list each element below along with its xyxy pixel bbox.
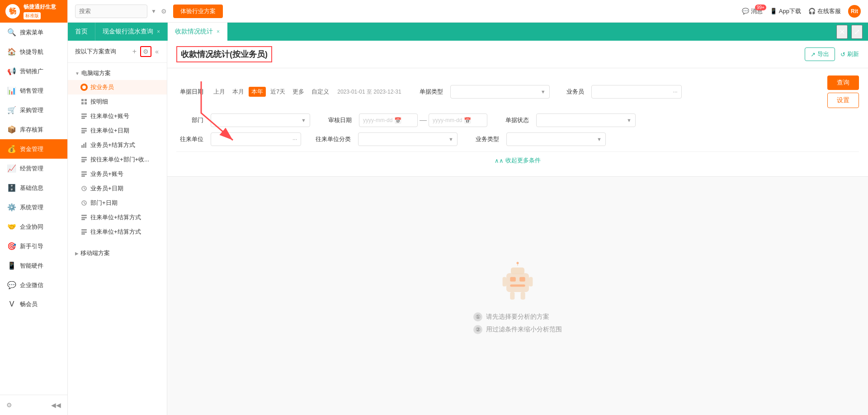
svg-rect-40 [511, 267, 524, 274]
date-tab-custom[interactable]: 自定义 [309, 87, 332, 97]
empty-tip-2: ② 用过滤条件来缩小分析范围 [473, 325, 562, 334]
scheme-item-salesperson-date[interactable]: 业务员+日期 [68, 181, 167, 196]
topbar-settings-btn[interactable]: ⚙ [160, 7, 168, 16]
panel-collapse-btn[interactable]: « [154, 47, 160, 56]
sidebar-item-search[interactable]: 🔍 搜索菜单 [0, 23, 67, 42]
mobile-scheme-title[interactable]: ▶ 移动端方案 [68, 246, 167, 260]
scheme-item-by-unit-account[interactable]: 往来单位+账号 [68, 109, 167, 123]
scheme-item-salesperson-payment[interactable]: 业务员+结算方式 [68, 138, 167, 152]
date-tab-this-year[interactable]: 本年 [249, 87, 266, 97]
topbar-left: ▼ ⚙ [75, 5, 168, 18]
business-type-arrow-icon: ▼ [597, 137, 602, 142]
dropdown-arrow-icon[interactable]: ▼ [151, 8, 156, 14]
sidebar-item-basic[interactable]: 🗄️ 基础信息 [0, 178, 67, 198]
tab-close-window-btn[interactable]: ✕ [836, 25, 848, 39]
date-tab-this-month[interactable]: 本月 [230, 87, 247, 97]
svg-rect-32 [506, 273, 529, 292]
svg-rect-4 [85, 102, 87, 104]
user-avatar[interactable]: Rit [848, 5, 861, 18]
sidebar-settings-btn[interactable]: ⚙ [5, 401, 13, 410]
system-icon: ⚙️ [7, 203, 16, 212]
svg-rect-2 [85, 99, 87, 101]
scheme-item-unit-payment1[interactable]: 往来单位+结算方式 [68, 210, 167, 225]
scheme-item-dept-date[interactable]: 部门+日期 [68, 196, 167, 210]
refresh-btn[interactable]: ↺ 刷新 [840, 50, 859, 58]
chart-icon [80, 141, 88, 149]
svg-rect-36 [503, 277, 506, 286]
tab-home[interactable]: 首页 [68, 23, 95, 41]
sidebar-item-quicknav[interactable]: 🏠 快捷导航 [0, 42, 67, 61]
audit-start-placeholder: yyyy-mm-dd [363, 117, 392, 123]
topbar-message[interactable]: 💬 消息 99+ [742, 7, 763, 15]
sidebar-item-marketing[interactable]: 📢 营销推广 [0, 61, 67, 81]
tab-bank-flow-close[interactable]: × [157, 28, 160, 35]
partner-category-select[interactable]: ▼ [358, 132, 458, 146]
topbar-online-service[interactable]: 🎧 在线客服 [808, 7, 841, 15]
sidebar-item-enterprise[interactable]: 🤝 企业协同 [0, 217, 67, 236]
bill-status-label: 单据状态 [502, 116, 529, 124]
scheme-settings-btn[interactable]: ⚙ [140, 46, 151, 57]
dept-select[interactable]: ▼ [211, 113, 310, 127]
date-tab-7days[interactable]: 近7天 [268, 87, 288, 97]
scheme-item-by-unit-date[interactable]: 往来单位+日期 [68, 123, 167, 138]
export-btn[interactable]: ↗ 导出 [805, 47, 835, 61]
business-type-select[interactable]: ▼ [506, 132, 606, 146]
tab-collection-stats[interactable]: 收款情况统计 × [168, 23, 227, 41]
set-btn[interactable]: 设置 [827, 93, 859, 108]
sidebar-item-sales[interactable]: 📊 销售管理 [0, 81, 67, 100]
empty-state: ① 请先选择要分析的方案 ② 用过滤条件来缩小分析范围 [167, 177, 868, 415]
dept-label: 部门 [176, 116, 203, 124]
collapse-label: 收起更多条件 [505, 156, 541, 165]
desktop-scheme-title[interactable]: ▼ 电脑端方案 [68, 66, 167, 80]
bill-type-select[interactable]: ▼ [450, 85, 550, 99]
scheme-item-unit-payment2[interactable]: 往来单位+结算方式 [68, 225, 167, 239]
tab-collection-stats-close[interactable]: × [217, 28, 220, 35]
query-btn[interactable]: 查询 [827, 75, 859, 90]
vip-icon: V [7, 300, 16, 308]
sidebar-item-system[interactable]: ⚙️ 系统管理 [0, 198, 67, 217]
sidebar-item-operations[interactable]: 📈 经营管理 [0, 159, 67, 178]
bill-type-label: 单据类型 [416, 88, 443, 96]
tab-bank-flow-label: 现金银行流水查询 [103, 28, 153, 36]
audit-date-label: 审核日期 [325, 116, 352, 124]
tab-maximize-btn[interactable]: ⤢ [851, 25, 863, 39]
scheme-label-dept-date: 部门+日期 [90, 199, 118, 207]
topbar-app-download[interactable]: 📱 App下载 [770, 7, 801, 15]
salesperson-select[interactable]: ··· [591, 85, 682, 99]
sidebar-label-search: 搜索菜单 [20, 28, 43, 37]
sidebar-item-guide[interactable]: 🎯 新手引导 [0, 236, 67, 256]
scheme-item-salesperson-account[interactable]: 业务员+账号 [68, 167, 167, 181]
sidebar-label-enterprise: 企业协同 [20, 223, 43, 231]
audit-date-start[interactable]: yyyy-mm-dd 📅 [359, 113, 418, 127]
sidebar-item-finance[interactable]: 💰 资金管理 [0, 139, 67, 159]
add-scheme-btn[interactable]: + [132, 47, 137, 57]
bill-status-select[interactable]: ▼ [536, 113, 636, 127]
refresh-icon: ↺ [840, 51, 845, 58]
svg-rect-39 [521, 292, 525, 300]
date-tab-last-month[interactable]: 上月 [211, 87, 228, 97]
partner-select[interactable]: ··· [211, 132, 301, 146]
mobile-scheme-label: 移动端方案 [80, 249, 110, 257]
scheme-item-unit-dept-collection[interactable]: 按往来单位+部门+收... [68, 152, 167, 167]
date-tabs: 上月 本月 本年 近7天 更多 自定义 [211, 87, 332, 97]
sidebar-item-hardware[interactable]: 📱 智能硬件 [0, 256, 67, 275]
grid-icon-5 [80, 170, 88, 178]
tab-bank-flow[interactable]: 现金银行流水查询 × [95, 23, 168, 41]
sidebar-item-vip[interactable]: V 畅会员 [0, 295, 67, 314]
scheme-item-by-detail[interactable]: 按明细 [68, 94, 167, 109]
sidebar-item-inventory[interactable]: 📦 库存核算 [0, 120, 67, 139]
date-tab-more[interactable]: 更多 [290, 87, 307, 97]
sidebar-item-wechat[interactable]: 💬 企业微信 [0, 275, 67, 295]
audit-date-end[interactable]: yyyy-mm-dd 📅 [429, 113, 487, 127]
svg-rect-35 [510, 284, 525, 287]
trial-btn[interactable]: 体验行业方案 [173, 5, 223, 18]
scheme-item-by-salesperson[interactable]: 按业务员 [68, 80, 167, 94]
sidebar-collapse-btn[interactable]: ◀◀ [50, 401, 62, 410]
topbar-search-input[interactable] [75, 5, 147, 18]
collapse-filter-btn[interactable]: ∧∧ 收起更多条件 [176, 151, 859, 169]
sidebar-label-inventory: 库存核算 [20, 126, 43, 134]
enterprise-icon: 🤝 [7, 222, 16, 231]
operations-icon: 📈 [7, 164, 16, 173]
svg-line-22 [84, 189, 85, 189]
sidebar-item-purchase[interactable]: 🛒 采购管理 [0, 100, 67, 120]
